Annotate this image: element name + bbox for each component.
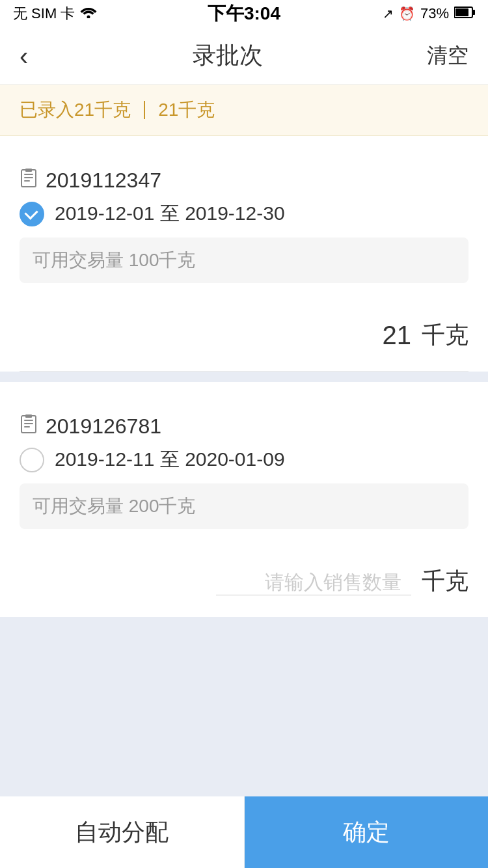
info-divider [144,101,145,119]
recorded-label: 已录入21千克 [20,98,131,122]
batch-2-qty-input[interactable] [216,567,411,595]
battery-text: 73% [420,5,449,22]
batch-2-radio[interactable] [20,448,44,472]
recorded-value: 21千克 [158,98,215,122]
svg-rect-10 [24,420,33,421]
svg-rect-6 [24,177,33,178]
batch-1-qty-unit: 千克 [422,319,468,351]
info-bar: 已录入21千克 21千克 [0,85,488,136]
batch-1-qty-value: 21 [383,321,412,350]
page-title: 录批次 [193,40,263,72]
batch-2-date: 2019-12-11 至 2020-01-09 [55,446,285,473]
status-bar-time: 下午3:04 [208,1,280,26]
batch-2-header: 2019126781 [20,414,468,439]
batch-2-id-icon [20,414,39,439]
auto-distribute-button[interactable]: 自动分配 [0,796,245,868]
batch-2-qty-unit: 千克 [422,565,468,597]
confirm-button[interactable]: 确定 [245,796,489,868]
status-bar-right: ↗ ⏰ 73% [383,5,475,22]
batch-2-card: 2019126781 2019-12-11 至 2020-01-09 可用交易量… [0,382,488,617]
batch-1-radio[interactable] [20,202,44,226]
batch-2-item: 2019126781 2019-12-11 至 2020-01-09 可用交易量… [20,401,468,552]
status-bar-left: 无 SIM 卡 [13,4,97,23]
battery-icon [454,5,475,22]
svg-point-0 [87,16,90,19]
clear-button[interactable]: 清空 [427,42,468,70]
carrier-text: 无 SIM 卡 [13,4,75,23]
batch-2-id: 2019126781 [46,414,161,439]
bottom-bar: 自动分配 确定 [0,796,488,868]
separator-1 [0,372,488,382]
batch-1-available: 可用交易量 100千克 [20,237,468,283]
batch-2-date-row: 2019-12-11 至 2020-01-09 [20,446,468,473]
svg-rect-3 [455,8,468,16]
batch-2-available: 可用交易量 200千克 [20,483,468,529]
batch-1-header: 2019112347 [20,169,468,193]
svg-rect-13 [25,414,32,418]
wifi-icon [80,5,97,22]
batch-1-id: 2019112347 [46,169,161,193]
location-icon: ↗ [383,6,394,21]
nav-bar: ‹ 录批次 清空 [0,27,488,85]
svg-rect-12 [24,426,30,427]
svg-rect-8 [25,169,32,172]
svg-rect-5 [24,174,33,175]
batch-1-id-icon [20,169,39,193]
batch-1-card: 2019112347 2019-12-01 至 2019-12-30 可用交易量… [0,136,488,372]
batch-1-qty-row: 21 千克 [20,306,468,372]
batch-1-date-row: 2019-12-01 至 2019-12-30 [20,200,468,227]
svg-rect-2 [472,10,475,15]
back-button[interactable]: ‹ [20,43,28,69]
alarm-icon: ⏰ [399,6,415,21]
batch-2-input-row: 千克 [20,552,468,617]
status-bar: 无 SIM 卡 下午3:04 ↗ ⏰ 73% [0,0,488,27]
batch-1-date: 2019-12-01 至 2019-12-30 [55,200,285,227]
batch-1-item: 2019112347 2019-12-01 至 2019-12-30 可用交易量… [20,156,468,306]
svg-rect-7 [24,180,30,182]
svg-rect-11 [24,423,33,424]
